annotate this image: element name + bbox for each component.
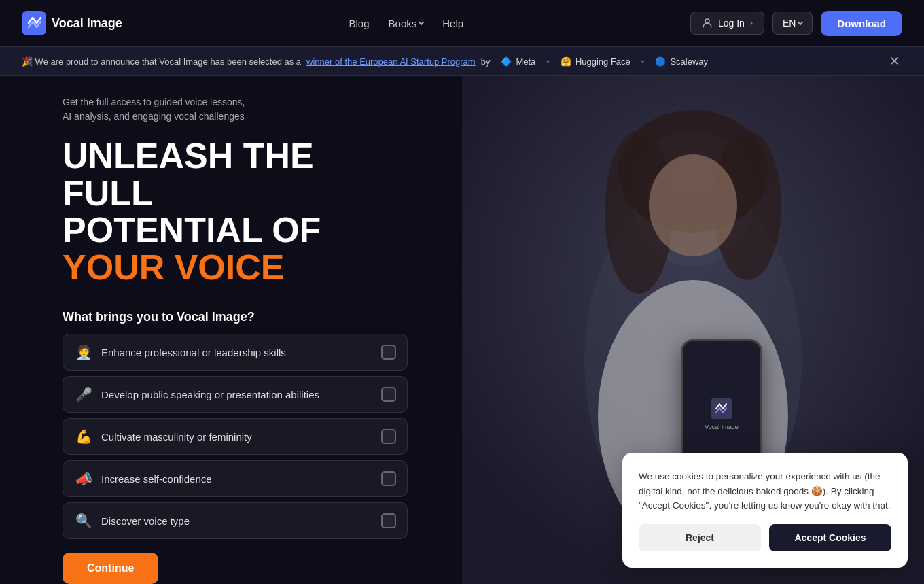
announcement-by: by	[481, 56, 491, 67]
login-arrow-icon: ›	[750, 18, 753, 28]
login-button[interactable]: Log In ›	[690, 12, 764, 35]
announcement-link[interactable]: winner of the European AI Startup Progra…	[306, 56, 476, 67]
option-left: 💪 Cultivate masculinity or femininity	[74, 428, 252, 445]
option-label-speaking: Develop public speaking or presentation …	[101, 389, 319, 400]
nav-help[interactable]: Help	[442, 18, 463, 29]
partner-meta: 🔷 Meta	[501, 56, 535, 67]
huggingface-emoji: 🤗	[561, 56, 571, 67]
option-label-voice-type: Discover voice type	[101, 515, 190, 527]
option-checkbox-speaking[interactable]	[381, 387, 396, 402]
logo-text: Vocal Image	[52, 16, 122, 31]
accept-cookies-button[interactable]: Accept Cookies	[769, 524, 891, 551]
partners-list: 🔷 Meta • 🤗 Hugging Face • 🔵 Scaleway	[501, 56, 708, 67]
option-left: 🎤 Develop public speaking or presentatio…	[74, 386, 319, 402]
continue-button[interactable]: Continue	[63, 553, 158, 584]
logo[interactable]: Vocal Image	[22, 11, 122, 35]
nav-books[interactable]: Books	[389, 18, 424, 29]
masculinity-emoji: 💪	[74, 428, 93, 445]
cookie-banner: We use cookies to personalize your exper…	[622, 453, 908, 568]
close-announcement-button[interactable]: ✕	[887, 54, 902, 69]
partner-scaleway: 🔵 Scaleway	[655, 56, 708, 67]
option-label-leadership: Enhance professional or leadership skill…	[101, 347, 286, 358]
announcement-text: 🎉 We are proud to announce that Vocal Im…	[22, 56, 301, 67]
svg-point-8	[649, 154, 737, 256]
nav-links: Blog Books Help	[349, 18, 464, 29]
nav-blog[interactable]: Blog	[349, 18, 370, 29]
hero-title: UNLEASH THE FULL POTENTIAL OF YOUR VOICE	[63, 137, 408, 286]
logo-icon	[22, 11, 46, 35]
svg-rect-10	[711, 398, 732, 419]
option-checkbox-confidence[interactable]	[381, 471, 396, 486]
option-left: 📣 Increase self-confidence	[74, 470, 212, 487]
options-list: 🧑‍💼 Enhance professional or leadership s…	[63, 334, 408, 539]
option-label-confidence: Increase self-confidence	[101, 473, 212, 485]
meta-emoji: 🔷	[501, 56, 512, 67]
option-leadership[interactable]: 🧑‍💼 Enhance professional or leadership s…	[63, 334, 408, 371]
reject-button[interactable]: Reject	[639, 524, 761, 551]
person-icon	[702, 18, 713, 29]
nav-right: Log In › EN Download	[690, 11, 902, 36]
phone-app-name: Vocal Image	[705, 424, 739, 430]
hero-subtitle: Get the full access to guided voice less…	[63, 95, 408, 124]
option-checkbox-voice-type[interactable]	[381, 513, 396, 528]
announcement-content: 🎉 We are proud to announce that Vocal Im…	[22, 56, 887, 67]
download-button[interactable]: Download	[821, 11, 902, 36]
separator-1: •	[546, 56, 550, 67]
speaking-emoji: 🎤	[74, 386, 93, 402]
partner-huggingface: 🤗 Hugging Face	[561, 56, 630, 67]
separator-2: •	[641, 56, 645, 67]
question-label: What brings you to Vocal Image?	[63, 310, 408, 324]
announcement-bar: 🎉 We are proud to announce that Vocal Im…	[0, 46, 924, 76]
option-left: 🔍 Discover voice type	[74, 513, 190, 529]
phone-logo-icon	[711, 398, 732, 419]
voice-type-emoji: 🔍	[74, 513, 93, 529]
scaleway-emoji: 🔵	[655, 56, 666, 67]
option-confidence[interactable]: 📣 Increase self-confidence	[63, 460, 408, 497]
leadership-emoji: 🧑‍💼	[74, 344, 93, 360]
option-label-masculinity: Cultivate masculinity or femininity	[101, 431, 252, 443]
option-masculinity[interactable]: 💪 Cultivate masculinity or femininity	[63, 418, 408, 455]
cookie-text: We use cookies to personalize your exper…	[639, 469, 891, 513]
option-voice-type[interactable]: 🔍 Discover voice type	[63, 502, 408, 539]
option-left: 🧑‍💼 Enhance professional or leadership s…	[74, 344, 286, 360]
language-selector[interactable]: EN	[772, 12, 813, 35]
option-speaking[interactable]: 🎤 Develop public speaking or presentatio…	[63, 376, 408, 413]
option-checkbox-masculinity[interactable]	[381, 429, 396, 444]
cookie-actions: Reject Accept Cookies	[639, 524, 891, 551]
lang-chevron-icon	[798, 19, 803, 24]
chevron-down-icon	[419, 19, 424, 24]
left-panel: Get the full access to guided voice less…	[0, 76, 462, 584]
phone-screen: Vocal Image	[705, 398, 739, 430]
option-checkbox-leadership[interactable]	[381, 345, 396, 360]
svg-point-1	[705, 19, 709, 23]
confidence-emoji: 📣	[74, 470, 93, 487]
navbar: Vocal Image Blog Books Help Log In › EN …	[0, 0, 924, 46]
